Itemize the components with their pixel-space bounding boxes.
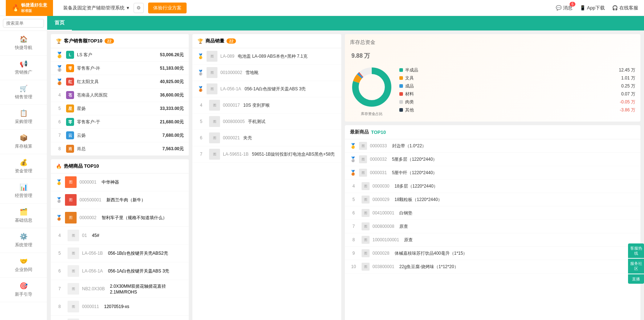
rank-medal-icon: 🥇	[197, 53, 204, 59]
avatar: 云	[66, 131, 74, 139]
newest-products-title: 最新商品	[350, 129, 369, 135]
rank-medal-icon: 🥉	[56, 78, 63, 85]
header-right: 💬 消息 6 📱 App下载 🎧 在线客服	[556, 5, 638, 11]
product-code: 10000100001	[372, 237, 399, 242]
hot-products-list: 🥇 图 0000001 中华神器 🥈 图 000500001 新西兰牛肉（新牛）	[51, 173, 189, 320]
customer-value: 36,600.00元	[160, 92, 184, 98]
sidebar-item-quick-nav[interactable]: 🏠 快捷导航	[0, 31, 47, 56]
sidebar-item-finance[interactable]: 💰 资金管理	[0, 154, 47, 179]
hot-products-title: 热销商品 TOP10	[64, 163, 99, 169]
customer-value: 40,925.00元	[160, 79, 184, 85]
list-item: 4 图 01 45#	[51, 227, 189, 245]
product-image: 图	[65, 194, 77, 206]
avatar: 零	[66, 64, 74, 72]
product-code: LA-089	[220, 54, 235, 59]
sidebar-item-inventory[interactable]: 📦 库存核算	[0, 130, 47, 154]
sidebar-label-basic-info: 基础信息	[15, 217, 32, 223]
search-input[interactable]	[3, 19, 44, 28]
table-row: 6 图 0000021 夹壳	[192, 130, 341, 146]
search-menu[interactable]	[0, 16, 47, 31]
service-community-button[interactable]: 服务社区	[628, 259, 644, 274]
legend-dot	[399, 100, 403, 104]
rank-number: 5	[56, 105, 63, 112]
product-image: 图	[209, 100, 220, 111]
rank-number: 5	[197, 118, 205, 125]
message-badge: 6	[570, 2, 575, 7]
legend-name: 文具	[405, 75, 619, 81]
trial-button[interactable]: 体验行业方案	[148, 3, 187, 13]
live-broadcast-button[interactable]: 直播	[628, 274, 644, 284]
sidebar-item-purchase[interactable]: 📋 采购管理	[0, 105, 47, 130]
legend-dot	[399, 76, 403, 80]
product-name: 22g鱼豆腐-烧烤味（1*12*20）	[399, 264, 458, 270]
product-info: 001000002 雪地靴	[220, 70, 336, 76]
rank-number: 7	[56, 285, 63, 292]
product-code: 0000033	[370, 143, 387, 148]
inventory-unit: 万	[364, 53, 370, 59]
rank-number: 4	[56, 232, 63, 239]
product-info: LA-089 电池盖 LA-089 ABS本色+黑种 7.1克	[220, 53, 336, 60]
legend-item: 成品 0.25 万	[399, 83, 635, 89]
list-item: 5 图 0000029 18颗粒板（1220*2440）	[345, 193, 640, 206]
legend-value: 0.25 万	[621, 83, 635, 89]
customer-hotline-button[interactable]: 客服热线	[628, 243, 644, 258]
app-download-button[interactable]: 📱 App下载	[580, 5, 605, 11]
sidebar-item-system[interactable]: ⚙️ 系统管理	[0, 228, 47, 253]
sidebar: 🏠 快捷导航 📢 营销推广 🛒 销售管理 📋 采购管理 📦 库存核算 💰 资金管…	[0, 16, 47, 320]
table-row: 🥈 图 001000002 雪地靴	[192, 65, 341, 81]
system-icon: ⚙️	[20, 233, 28, 241]
inventory-icon: 📦	[20, 134, 28, 142]
product-image: 图	[362, 209, 370, 217]
list-item: 7 图 NB2.0X30B 2.0X30MM双搓花轴搓花直径2.1MM/ROHS	[51, 280, 189, 298]
tab-home[interactable]: 首页	[47, 16, 72, 30]
table-row: 🥉 图 LA-056-1A 056-1A白色按键开关盖ABS 3壳	[192, 81, 341, 97]
sidebar-item-sales[interactable]: 🛒 销售管理	[0, 80, 47, 105]
table-row: 6 零 零售客户-于 21,680.00元	[51, 115, 189, 129]
avatar: 零	[66, 118, 74, 126]
product-image: 图	[359, 169, 367, 177]
product-name: 原查	[399, 223, 408, 230]
sidebar-label-guide: 新手引导	[15, 291, 32, 298]
sidebar-item-basic-info[interactable]: 🗂️ 基础信息	[0, 204, 47, 228]
message-button[interactable]: 💬 消息 6	[556, 5, 572, 11]
product-sales-header: 🏆 商品销量 22	[192, 34, 341, 48]
table-row: 8 肖 肖总 7,563.00元	[51, 142, 189, 156]
rank-medal-icon: 🥉	[350, 170, 356, 176]
sidebar-item-operation[interactable]: 📊 经营管理	[0, 179, 47, 204]
nav-tabs: 首页	[47, 16, 644, 30]
table-row: 🥈 零 零售客户-许 51,183.00元	[51, 62, 189, 75]
sidebar-item-guide[interactable]: 🎯 新手引导	[0, 278, 47, 302]
trophy-icon: 🏆	[197, 38, 203, 44]
legend-name: 其他	[405, 107, 617, 113]
dashboard: 🏆 客户销售额TOP10 22 🥇 L LS 客户 53,006.26元	[47, 30, 644, 320]
customer-value: 51,183.00元	[160, 65, 184, 71]
product-name: 12070519-xs	[104, 304, 129, 309]
legend-dot	[399, 68, 403, 72]
product-name: 智利车子里（规格不知道填什么）	[102, 215, 167, 221]
sidebar-label-purchase: 采购管理	[15, 119, 32, 125]
guide-icon: 🎯	[20, 282, 28, 290]
product-code: LA-59651-1B	[223, 152, 249, 157]
newest-products-card: 最新商品 TOP10 🥇 图 0000033 封边带（1.0*22）	[345, 125, 640, 320]
top-header: 🔥 畅捷通好生意 标准版 装备及固定资产辅助管理系统 ▾ ⚙ 体验行业方案 💬 …	[0, 0, 644, 16]
list-item: 6 图 LA-056-1A 056-1A白色按键开关盖ABS 3壳	[51, 262, 189, 280]
product-name: 2.0X30MM双搓花轴搓花直径2.1MM/ROHS	[110, 283, 184, 295]
sidebar-label-system: 系统管理	[15, 242, 32, 248]
table-row: 🥇 L LS 客户 53,006.26元	[51, 48, 189, 62]
donut-chart-label: 库存资金占比	[350, 111, 394, 116]
system-selector[interactable]: 装备及固定资产辅助管理系统 ▾	[63, 5, 129, 11]
sidebar-item-enterprise[interactable]: 🤝 企业协同	[0, 253, 47, 278]
legend-dot	[399, 108, 403, 112]
rank-medal-icon: 🥈	[197, 70, 204, 75]
sidebar-item-marketing[interactable]: 📢 营销推广	[0, 56, 47, 80]
avatar: 红	[66, 78, 74, 86]
legend-item: 半成品 12.45 万	[399, 67, 635, 73]
product-sales-title: 商品销量	[205, 38, 224, 44]
sidebar-label-operation: 经营管理	[15, 193, 32, 199]
online-service-button[interactable]: 🎧 在线客服	[612, 5, 638, 11]
gear-button[interactable]: ⚙	[134, 3, 144, 13]
avatar: L	[66, 51, 74, 59]
customer-name: 肖总	[77, 146, 162, 152]
product-name: 体械嘉枝味苏打饮品400毫升（1*15）	[395, 250, 468, 257]
product-image: 图	[362, 196, 370, 204]
